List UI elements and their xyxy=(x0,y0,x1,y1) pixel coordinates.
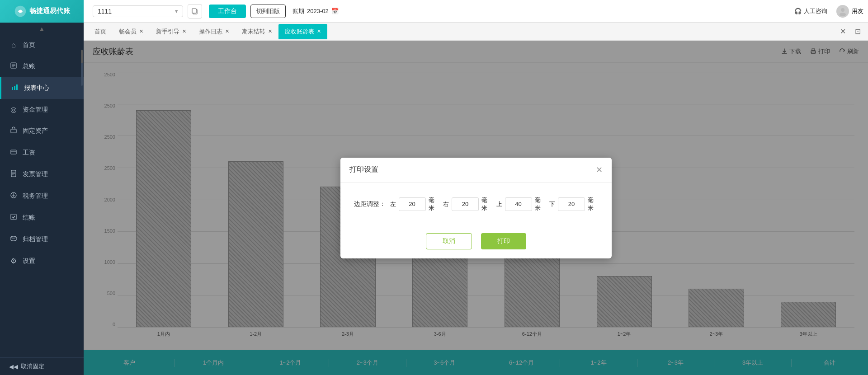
copy-button[interactable] xyxy=(188,4,202,19)
ledger-icon xyxy=(9,62,18,71)
archive-svg-icon xyxy=(10,235,17,242)
sidebar-item-archive[interactable]: 归档管理 xyxy=(0,229,84,250)
sidebar-item-invoice[interactable]: 发票管理 xyxy=(0,164,84,185)
tab-period-end[interactable]: 期末结转 ✕ xyxy=(236,24,278,39)
period-info: 账期 2023-02 📅 xyxy=(292,7,339,15)
bottom-label: 下 xyxy=(549,200,555,208)
svg-rect-22 xyxy=(11,214,16,220)
assets-icon xyxy=(9,127,18,136)
logo: 畅捷通易代账 xyxy=(0,0,84,23)
tab-oplog-close-icon[interactable]: ✕ xyxy=(225,28,229,34)
top-margin-input[interactable] xyxy=(505,197,532,211)
funds-icon: ◎ xyxy=(9,105,18,114)
svg-point-23 xyxy=(11,236,16,238)
sidebar-item-assets[interactable]: 固定资产 xyxy=(0,120,84,142)
ledger-svg-icon xyxy=(10,62,17,69)
sidebar-label-ledger: 总账 xyxy=(23,62,35,70)
tab-period-end-label: 期末结转 xyxy=(242,28,265,36)
right-label: 右 xyxy=(443,200,449,208)
tab-oplog[interactable]: 操作日志 ✕ xyxy=(193,24,236,39)
top-label: 上 xyxy=(496,200,502,208)
logo-text: 畅捷通易代账 xyxy=(29,7,70,15)
print-settings-dialog: 打印设置 ✕ 边距调整： 左 毫米 右 毫米 xyxy=(340,158,612,258)
logo-icon xyxy=(14,5,27,18)
right-unit: 毫米 xyxy=(481,196,492,212)
tabs-bar: 首页 畅会员 ✕ 新手引导 ✕ 操作日志 ✕ 期末结转 ✕ 应收账龄表 ✕ xyxy=(84,23,868,41)
workbench-button[interactable]: 工作台 xyxy=(209,5,246,18)
left-label: 左 xyxy=(390,200,396,208)
tab-vip-label: 畅会员 xyxy=(119,28,137,36)
company-selector[interactable]: 1111 ▾ xyxy=(93,5,183,17)
tab-vip[interactable]: 畅会员 ✕ xyxy=(113,24,150,39)
sidebar-label-funds: 资金管理 xyxy=(23,106,48,114)
dialog-body: 边距调整： 左 毫米 右 毫米 上 xyxy=(340,183,612,226)
copy-icon xyxy=(191,8,198,15)
left-margin-input[interactable] xyxy=(399,197,426,211)
support-button[interactable]: 🎧 人工咨询 xyxy=(794,7,827,15)
reports-svg-icon xyxy=(11,84,19,91)
invoice-svg-icon xyxy=(10,170,17,177)
avatar xyxy=(836,5,849,18)
headset-icon: 🎧 xyxy=(794,8,802,14)
tab-aging[interactable]: 应收账龄表 ✕ xyxy=(278,24,327,39)
top-unit: 毫米 xyxy=(535,196,545,212)
scroll-up-btn[interactable]: ▲ xyxy=(0,23,84,35)
sidebar-label-salary: 工资 xyxy=(23,149,35,157)
sidebar-label-assets: 固定资产 xyxy=(23,127,48,135)
bottom-margin-input[interactable] xyxy=(558,197,585,211)
svg-rect-11 xyxy=(16,84,18,90)
sidebar-item-funds[interactable]: ◎ 资金管理 xyxy=(0,99,84,120)
tab-home[interactable]: 首页 xyxy=(88,24,113,39)
maximize-tab-button[interactable]: ⊡ xyxy=(852,26,863,37)
tax-icon xyxy=(9,192,18,201)
sidebar-item-checkout[interactable]: 结账 xyxy=(0,207,84,229)
sidebar-scroll: ▲ ⌂ 首页 总账 xyxy=(0,23,84,357)
sidebar-label-archive: 归档管理 xyxy=(23,235,48,244)
sidebar-item-tax[interactable]: 税务管理 xyxy=(0,185,84,207)
tab-aging-close-icon[interactable]: ✕ xyxy=(317,28,321,34)
calendar-icon[interactable]: 📅 xyxy=(331,8,339,14)
tab-guide-close-icon[interactable]: ✕ xyxy=(182,28,186,34)
salary-svg-icon xyxy=(10,148,17,155)
switch-old-button[interactable]: 切到旧版 xyxy=(250,5,286,18)
sidebar-item-home[interactable]: ⌂ 首页 xyxy=(0,35,84,56)
support-label: 人工咨询 xyxy=(804,7,827,15)
sidebar-item-reports[interactable]: 报表中心 xyxy=(0,77,84,99)
settings-icon: ⚙ xyxy=(9,257,18,265)
main-layout: ▲ ⌂ 首页 总账 xyxy=(0,23,868,375)
sidebar-label-reports: 报表中心 xyxy=(24,84,49,92)
tab-period-end-close-icon[interactable]: ✕ xyxy=(268,28,272,34)
bottom-unit: 毫米 xyxy=(588,196,598,212)
right-margin-input[interactable] xyxy=(452,197,479,211)
tabs-actions: ✕ ⊡ xyxy=(837,26,863,37)
svg-rect-13 xyxy=(11,150,16,154)
sidebar: ▲ ⌂ 首页 总账 xyxy=(0,23,84,375)
checkout-icon xyxy=(9,213,18,222)
dialog-title: 打印设置 xyxy=(349,165,378,174)
sidebar-label-settings: 设置 xyxy=(23,257,35,265)
svg-point-3 xyxy=(841,8,844,12)
cancel-button[interactable]: 取消 xyxy=(426,233,472,249)
margin-label: 边距调整： xyxy=(354,200,386,208)
assets-svg-icon xyxy=(10,127,17,134)
sidebar-scrollbar-thumb xyxy=(81,50,83,63)
collapse-sidebar-button[interactable]: ◀◀ 取消固定 xyxy=(0,357,84,375)
sidebar-scrollbar xyxy=(81,50,83,86)
confirm-print-button[interactable]: 打印 xyxy=(481,233,526,249)
tab-guide[interactable]: 新手引导 ✕ xyxy=(150,24,193,39)
close-tab-button[interactable]: ✕ xyxy=(837,26,849,37)
sidebar-item-ledger[interactable]: 总账 xyxy=(0,56,84,77)
checkout-svg-icon xyxy=(10,213,17,220)
header-right: 🎧 人工咨询 用友 xyxy=(794,5,863,18)
sidebar-item-settings[interactable]: ⚙ 设置 xyxy=(0,250,84,272)
dialog-close-button[interactable]: ✕ xyxy=(596,165,603,175)
tax-svg-icon xyxy=(10,192,17,199)
margin-left-group: 左 毫米 xyxy=(390,196,439,212)
user-area[interactable]: 用友 xyxy=(836,5,863,18)
svg-rect-9 xyxy=(12,87,13,90)
tab-vip-close-icon[interactable]: ✕ xyxy=(139,28,143,34)
salary-icon xyxy=(9,148,18,157)
sidebar-item-salary[interactable]: 工资 xyxy=(0,142,84,164)
svg-rect-2 xyxy=(192,9,196,13)
reports-icon xyxy=(10,84,19,93)
